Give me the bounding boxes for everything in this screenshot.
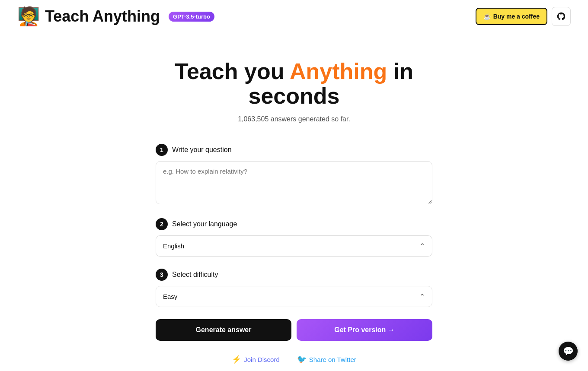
main-content: Teach you Anything in seconds 1,063,505 … [147, 33, 441, 371]
discord-icon: ⚡ [232, 355, 241, 364]
social-links: ⚡ Join Discord 🐦 Share on Twitter [156, 355, 432, 364]
language-value: English [163, 242, 184, 250]
step2-number: 2 [156, 218, 168, 230]
difficulty-value: Easy [163, 293, 177, 300]
app-title: Teach Anything [45, 7, 160, 25]
step2-text: Select your language [172, 220, 237, 228]
logo-emoji: 🧑‍🏫 [17, 7, 40, 25]
step2-label: 2 Select your language [156, 218, 432, 230]
discord-link[interactable]: ⚡ Join Discord [232, 355, 280, 364]
step1-number: 1 [156, 144, 168, 156]
github-button[interactable] [552, 7, 571, 26]
buy-coffee-label: Buy me a coffee [493, 13, 540, 20]
hero-title-highlight: Anything [290, 59, 387, 84]
step2-section: 2 Select your language English ⌃ [156, 218, 432, 257]
step1-text: Write your question [172, 146, 232, 154]
difficulty-select[interactable]: Easy ⌃ [156, 286, 432, 307]
step3-text: Select difficulty [172, 271, 218, 279]
step1-section: 1 Write your question [156, 144, 432, 206]
header-right: ☕ Buy me a coffee [476, 7, 571, 26]
twitter-label: Share on Twitter [309, 356, 356, 363]
step1-label: 1 Write your question [156, 144, 432, 156]
gpt-badge: GPT-3.5-turbo [169, 12, 214, 22]
generate-button[interactable]: Generate answer [156, 319, 291, 341]
language-chevron-icon: ⌃ [419, 242, 425, 250]
header-left: 🧑‍🏫 Teach Anything GPT-3.5-turbo [17, 7, 214, 25]
chat-bubble-button[interactable]: 💬 [559, 342, 578, 361]
twitter-icon: 🐦 [297, 355, 307, 364]
header: 🧑‍🏫 Teach Anything GPT-3.5-turbo ☕ Buy m… [0, 0, 588, 33]
twitter-link[interactable]: 🐦 Share on Twitter [297, 355, 356, 364]
difficulty-select-wrapper: Easy ⌃ [156, 286, 432, 307]
hero-title-part1: Teach you [175, 59, 290, 84]
discord-label: Join Discord [244, 356, 280, 363]
pro-version-button[interactable]: Get Pro version → [297, 319, 432, 341]
buttons-row: Generate answer Get Pro version → [156, 319, 432, 341]
difficulty-chevron-icon: ⌃ [419, 292, 425, 301]
language-select[interactable]: English ⌃ [156, 235, 432, 257]
subtitle: 1,063,505 answers generated so far. [156, 115, 432, 123]
step3-section: 3 Select difficulty Easy ⌃ [156, 269, 432, 307]
step3-number: 3 [156, 269, 168, 281]
buy-coffee-button[interactable]: ☕ Buy me a coffee [476, 8, 547, 25]
language-select-wrapper: English ⌃ [156, 235, 432, 257]
chat-bubble-icon: 💬 [563, 346, 574, 356]
hero-title: Teach you Anything in seconds [156, 59, 432, 108]
coffee-icon: ☕ [483, 13, 491, 20]
github-icon [556, 12, 566, 21]
question-input[interactable] [156, 161, 432, 204]
step3-label: 3 Select difficulty [156, 269, 432, 281]
